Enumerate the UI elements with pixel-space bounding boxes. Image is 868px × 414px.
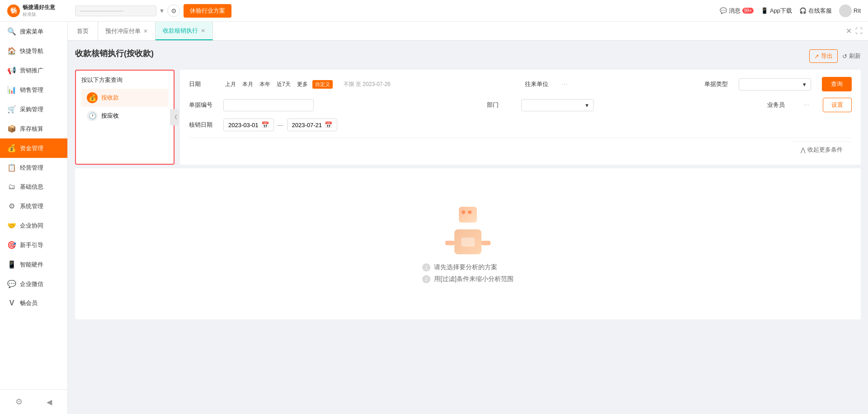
tab-receipt-cancel-label: 收款核销执行: [163, 27, 198, 35]
sidebar-item-label: 搜索菜单: [20, 28, 43, 36]
sidebar-item-purchase[interactable]: 🛒 采购管理: [0, 100, 67, 119]
sidebar-item-member[interactable]: V 畅会员: [0, 294, 67, 313]
sidebar-item-label: 智能硬件: [20, 261, 43, 269]
sidebar-item-label: 企业协同: [20, 222, 43, 230]
verify-date-start-input[interactable]: 2023-03-01 📅: [223, 119, 274, 131]
header-mid: ———————— ▾ ⚙ 休验行业方案: [75, 4, 720, 18]
tab-home-label: 首页: [77, 27, 89, 35]
tab-home[interactable]: 首页: [68, 22, 98, 40]
gear-icon: ⚙: [171, 7, 177, 14]
date-btn-this-month[interactable]: 本月: [241, 80, 255, 89]
sidebar-item-marketing[interactable]: 📢 营销推广: [0, 61, 67, 80]
setting-button[interactable]: 设置: [823, 98, 852, 112]
refresh-icon: ↺: [842, 53, 847, 60]
sidebar-item-finance[interactable]: 💰 资金管理: [0, 138, 67, 158]
date-btn-7days[interactable]: 近7天: [275, 80, 292, 89]
chevron-up-icon: ⋀: [801, 147, 806, 153]
filter-row-1: 日期 上月 本月 本年 近7天 更多 自定义 不限 至 2023-07-26: [189, 77, 852, 91]
industry-button[interactable]: 休验行业方案: [184, 4, 231, 18]
marketing-icon: 📢: [7, 66, 16, 75]
date-btn-this-year[interactable]: 本年: [258, 80, 272, 89]
date-btn-last-month[interactable]: 上月: [223, 80, 238, 89]
query-button[interactable]: 查询: [822, 77, 852, 91]
sidebar-item-sales[interactable]: 📊 销售管理: [0, 80, 67, 100]
export-icon: ↗: [814, 53, 819, 60]
sidebar-item-corp-collab[interactable]: 🤝 企业协同: [0, 216, 67, 235]
tab-prepay-label: 预付冲应付单: [105, 27, 141, 35]
sidebar-item-label: 畅会员: [20, 299, 38, 307]
doc-no-input[interactable]: [223, 99, 314, 111]
app-download-button[interactable]: 📱 App下载: [761, 7, 792, 15]
filter-sidebar: 按以下方案查询 💰 按收款 🕐 按应收 《: [75, 70, 175, 165]
sidebar-item-basic-info[interactable]: 🗂 基础信息: [0, 177, 67, 196]
message-button[interactable]: 💬 消息 99+: [720, 7, 754, 15]
refresh-button[interactable]: ↺ 刷新: [842, 52, 861, 60]
app-title: 畅捷通好生意: [23, 4, 55, 11]
verify-date-end-input[interactable]: 2023-07-21 📅: [287, 119, 338, 131]
user-avatar[interactable]: Rit: [839, 5, 861, 17]
sidebar-item-corp-wechat[interactable]: 💬 企业微信: [0, 274, 67, 294]
quick-nav-icon: 🏠: [7, 47, 16, 55]
sidebar-item-smart-hw[interactable]: 📱 智能硬件: [0, 255, 67, 274]
sidebar-item-quick-nav[interactable]: 🏠 快捷导航: [0, 41, 67, 61]
sidebar-item-guide[interactable]: 🎯 新手引导: [0, 235, 67, 255]
header-search-input[interactable]: ————————: [75, 5, 156, 16]
sidebar-item-label: 基础信息: [20, 183, 43, 191]
purchase-icon: 🛒: [7, 105, 16, 114]
online-service-button[interactable]: 🎧 在线客服: [799, 7, 832, 15]
empty-tip-1: 1 请先选择要分析的方案: [422, 263, 514, 271]
sidebar-item-label: 快捷导航: [20, 47, 43, 55]
tab-maximize-icon[interactable]: ⛶: [855, 27, 863, 35]
tab-receipt-cancel[interactable]: 收款核销执行 ✕: [156, 22, 213, 40]
tab-close-all-icon[interactable]: ✕: [846, 27, 852, 35]
app-logo-icon: 畅: [7, 5, 20, 17]
empty-tips: 1 请先选择要分析的方案 2 用[过滤]条件来缩小分析范围: [422, 263, 514, 283]
sales-select-dots[interactable]: ···: [802, 99, 812, 111]
by-receipt-icon: 💰: [87, 92, 98, 103]
sidebar-item-inventory[interactable]: 📦 库存核算: [0, 119, 67, 138]
doc-type-select[interactable]: ▾: [739, 78, 811, 90]
logo-area: 畅 畅捷通好生意 标准版: [7, 4, 75, 18]
tab-receipt-cancel-close[interactable]: ✕: [201, 28, 205, 34]
dept-dropdown-icon: ▾: [585, 102, 589, 109]
robot-body: [454, 229, 481, 254]
collapse-more-button[interactable]: ⋀ 收起更多条件: [792, 142, 852, 157]
dept-select[interactable]: ▾: [521, 99, 594, 111]
tab-bar: 首页 预付冲应付单 ✕ 收款核销执行 ✕ ✕ ⛶: [68, 22, 868, 41]
date-btn-more[interactable]: 更多: [295, 80, 310, 89]
collapse-left-icon: 《: [172, 114, 177, 121]
verify-date-end-value: 2023-07-21: [292, 122, 322, 128]
sidebar-item-search-menu[interactable]: 🔍 搜索菜单: [0, 22, 67, 41]
app-subtitle: 标准版: [23, 11, 55, 18]
smart-hw-icon: 📱: [7, 260, 16, 269]
sidebar-collapse-icon[interactable]: ◀: [47, 398, 52, 406]
header-dropdown-icon[interactable]: ▾: [160, 6, 164, 15]
tab-prepay-close[interactable]: ✕: [143, 28, 148, 34]
sidebar-item-biz-mgmt[interactable]: 📋 经营管理: [0, 158, 67, 177]
member-icon: V: [7, 299, 16, 307]
sidebar-item-system[interactable]: ⚙ 系统管理: [0, 196, 67, 216]
corp-wechat-icon: 💬: [7, 280, 16, 288]
tab-prepay[interactable]: 预付冲应付单 ✕: [98, 22, 156, 40]
empty-tip-2: 2 用[过滤]条件来缩小分析范围: [422, 275, 514, 283]
export-button[interactable]: ↗ 导出: [809, 49, 838, 63]
date-btn-custom[interactable]: 自定义: [312, 80, 333, 89]
header-gear-button[interactable]: ⚙: [167, 5, 180, 17]
sidebar-item-label: 采购管理: [20, 105, 43, 114]
partner-select-dots[interactable]: ···: [559, 78, 570, 90]
sidebar-item-label: 新手引导: [20, 241, 43, 249]
top-header: 畅 畅捷通好生意 标准版 ———————— ▾ ⚙ 休验行业方案 💬 消息 99…: [0, 0, 868, 22]
robot-head: [459, 207, 477, 223]
filter-row-2: 单据编号 部门 ▾ 业务员 ··· 设置: [189, 98, 852, 112]
dept-label: 部门: [487, 101, 514, 109]
main-layout: 🔍 搜索菜单 🏠 快捷导航 📢 营销推广 📊 销售管理 🛒 采购管理 📦 库存核…: [0, 22, 868, 414]
doc-type-label: 单据类型: [704, 80, 731, 88]
filter-option-by-receipt[interactable]: 💰 按收款: [81, 89, 168, 107]
sidebar-settings-icon[interactable]: ⚙: [15, 397, 23, 407]
biz-mgmt-icon: 📋: [7, 163, 16, 172]
verify-date-label: 核销日期: [189, 121, 216, 129]
filter-option-by-receivable[interactable]: 🕐 按应收: [81, 107, 168, 125]
filter-collapse-button[interactable]: 《: [170, 109, 179, 125]
filter-row-3: 核销日期 2023-03-01 📅 — 2023-07-21 📅: [189, 119, 852, 131]
system-icon: ⚙: [7, 202, 16, 210]
